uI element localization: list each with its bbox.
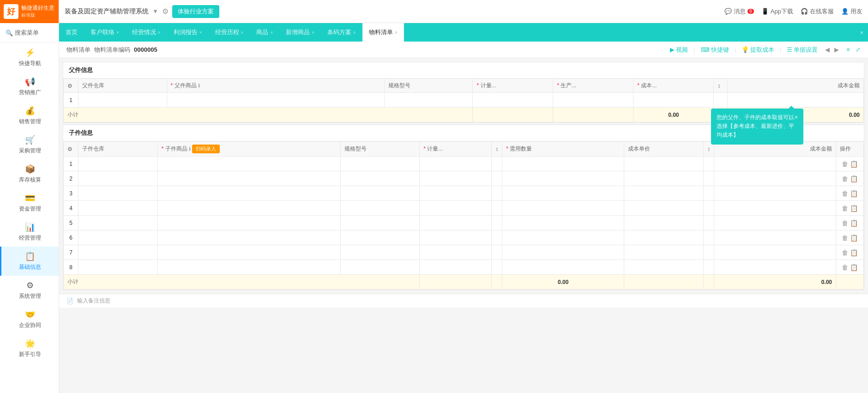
sidebar-item-purchase[interactable]: 🛒 采购管理	[0, 130, 59, 159]
child-unit-cost-8[interactable]	[624, 260, 704, 275]
child-copy-icon-2[interactable]: 📋	[850, 175, 858, 182]
shortcut-btn[interactable]: ⌨ 快捷键	[701, 46, 729, 54]
child-product-2[interactable]	[157, 171, 340, 186]
parent-unit-1[interactable]	[473, 93, 553, 108]
tab-barcode-close[interactable]: ×	[353, 30, 356, 35]
child-delete-icon-6[interactable]: 🗑	[842, 234, 848, 242]
parent-production-1[interactable]	[553, 93, 633, 108]
child-product-1[interactable]	[157, 157, 340, 171]
scan-btn[interactable]: 扫码录入	[192, 145, 220, 153]
trial-btn[interactable]: 体验行业方案	[172, 5, 219, 18]
child-delete-icon-8[interactable]: 🗑	[842, 264, 848, 271]
child-unit-cost-7[interactable]	[624, 245, 704, 260]
child-product-5[interactable]	[157, 216, 340, 230]
child-copy-icon-8[interactable]: 📋	[850, 264, 858, 271]
tab-history-close[interactable]: ×	[241, 30, 244, 35]
child-qty-7[interactable]	[502, 245, 624, 260]
tab-new-product[interactable]: 新增商品 ×	[279, 23, 321, 42]
child-unit-5[interactable]	[420, 216, 492, 230]
child-delete-icon-1[interactable]: 🗑	[842, 160, 848, 168]
child-spec-8[interactable]	[340, 260, 420, 275]
child-unit-cost-3[interactable]	[624, 186, 704, 201]
child-qty-2[interactable]	[502, 171, 624, 186]
parent-spec-1[interactable]	[384, 93, 473, 108]
child-product-3[interactable]	[157, 186, 340, 201]
next-arrow[interactable]: ▶	[832, 45, 841, 54]
child-warehouse-3[interactable]	[78, 186, 158, 201]
child-unit-1[interactable]	[420, 157, 492, 171]
tab-customer[interactable]: 客户联络 ×	[84, 23, 126, 42]
tab-new-product-close[interactable]: ×	[312, 30, 314, 35]
child-unit-2[interactable]	[420, 171, 492, 186]
child-unit-7[interactable]	[420, 245, 492, 260]
message-btn[interactable]: 💬 消息 6	[724, 7, 754, 16]
app-download-btn[interactable]: 📱 App下载	[761, 7, 793, 16]
child-qty-5[interactable]	[502, 216, 624, 230]
child-qty-4[interactable]	[502, 201, 624, 216]
child-unit-cost-4[interactable]	[624, 201, 704, 216]
child-unit-8[interactable]	[420, 260, 492, 275]
child-warehouse-8[interactable]	[78, 260, 158, 275]
child-copy-icon-1[interactable]: 📋	[850, 160, 858, 168]
prev-arrow[interactable]: ◀	[823, 45, 832, 54]
child-product-4[interactable]	[157, 201, 340, 216]
child-copy-icon-4[interactable]: 📋	[850, 205, 858, 212]
parent-cost-1[interactable]	[633, 93, 714, 108]
child-unit-4[interactable]	[420, 201, 492, 216]
child-col-settings[interactable]: ⚙	[64, 142, 78, 157]
child-delete-icon-4[interactable]: 🗑	[842, 205, 848, 212]
tooltip-close-btn[interactable]: ×	[795, 113, 798, 122]
child-warehouse-4[interactable]	[78, 201, 158, 216]
child-spec-1[interactable]	[340, 157, 420, 171]
child-spec-4[interactable]	[340, 201, 420, 216]
parent-product-1[interactable]	[167, 93, 384, 108]
child-unit-cost-2[interactable]	[624, 171, 704, 186]
child-product-8[interactable]	[157, 260, 340, 275]
child-delete-icon-5[interactable]: 🗑	[842, 219, 848, 227]
tab-operations[interactable]: 经营情况 ×	[126, 23, 167, 42]
child-delete-icon-7[interactable]: 🗑	[842, 249, 848, 256]
child-product-6[interactable]	[157, 230, 340, 245]
sidebar-item-operations[interactable]: 📊 经营管理	[0, 218, 59, 247]
child-qty-1[interactable]	[502, 157, 624, 171]
video-btn[interactable]: ▶ 视频	[670, 46, 688, 54]
extract-cost-btn[interactable]: 💡 提取成本	[741, 46, 774, 54]
sidebar-item-marketing[interactable]: 📢 营销推广	[0, 72, 59, 101]
child-spec-2[interactable]	[340, 171, 420, 186]
child-copy-icon-5[interactable]: 📋	[850, 219, 858, 227]
child-warehouse-7[interactable]	[78, 245, 158, 260]
child-unit-6[interactable]	[420, 230, 492, 245]
child-unit-cost-1[interactable]	[624, 157, 704, 171]
child-copy-icon-7[interactable]: 📋	[850, 249, 858, 256]
tab-bom-close[interactable]: ×	[395, 30, 398, 35]
child-product-7[interactable]	[157, 245, 340, 260]
sidebar-item-basic-info[interactable]: 📋 基础信息	[0, 247, 59, 276]
single-settings-btn[interactable]: ☰ 单据设置	[787, 46, 818, 54]
view-toggle[interactable]: ≡	[846, 46, 850, 53]
close-all-tabs[interactable]: ×	[855, 29, 868, 36]
child-unit-cost-6[interactable]	[624, 230, 704, 245]
sidebar-item-inventory[interactable]: 📦 库存核算	[0, 159, 59, 188]
child-qty-6[interactable]	[502, 230, 624, 245]
parent-col-settings[interactable]: ⚙	[64, 79, 78, 93]
child-warehouse-5[interactable]	[78, 216, 158, 230]
tab-product[interactable]: 商品 ×	[250, 23, 279, 42]
sidebar-item-system[interactable]: ⚙ 系统管理	[0, 276, 59, 305]
sidebar-item-quick-nav[interactable]: ⚡ 快捷导航	[0, 43, 59, 72]
child-warehouse-6[interactable]	[78, 230, 158, 245]
child-warehouse-2[interactable]	[78, 171, 158, 186]
child-qty-8[interactable]	[502, 260, 624, 275]
sidebar-item-enterprise[interactable]: 🤝 企业协同	[0, 305, 59, 334]
sidebar-item-sales[interactable]: 💰 销售管理	[0, 101, 59, 130]
child-delete-icon-3[interactable]: 🗑	[842, 190, 848, 197]
child-copy-icon-3[interactable]: 📋	[850, 190, 858, 197]
child-qty-3[interactable]	[502, 186, 624, 201]
tab-home[interactable]: 首页	[59, 23, 84, 42]
sidebar-item-finance[interactable]: 💳 资金管理	[0, 188, 59, 218]
child-warehouse-1[interactable]	[78, 157, 158, 171]
online-service-btn[interactable]: 🎧 在线客服	[801, 7, 834, 16]
tab-profit-close[interactable]: ×	[199, 30, 202, 35]
user-menu-btn[interactable]: 👤 用友	[841, 7, 862, 16]
settings-gear-icon[interactable]: ⚙	[162, 7, 169, 16]
sidebar-item-guide[interactable]: 🌟 新手引导	[0, 334, 59, 363]
